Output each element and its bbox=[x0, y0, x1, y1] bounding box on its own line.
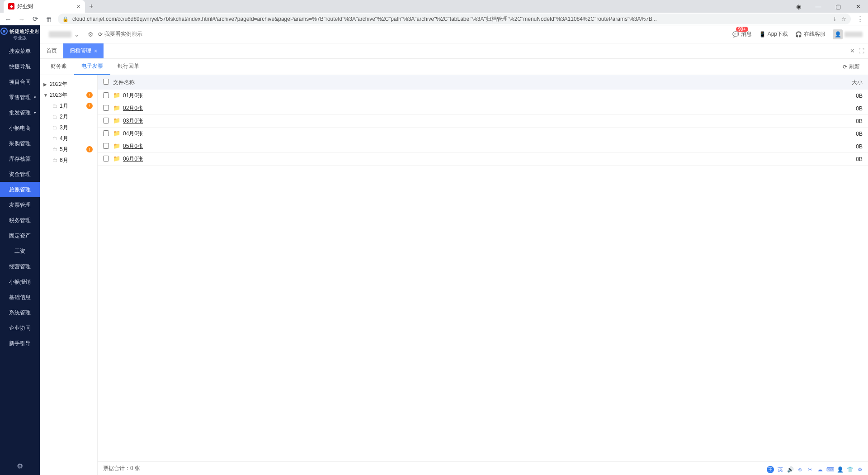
minimize-icon[interactable]: — bbox=[808, 0, 828, 13]
close-window-icon[interactable]: ✕ bbox=[848, 0, 868, 13]
window-controls: ◉ — ▢ ✕ bbox=[788, 0, 868, 13]
maximize-icon[interactable]: ▢ bbox=[828, 0, 848, 13]
install-icon[interactable]: ⭳ bbox=[832, 16, 838, 22]
new-tab-button[interactable]: + bbox=[85, 0, 98, 13]
close-tab-icon[interactable]: × bbox=[77, 3, 80, 10]
address-row: ← → ⟳ 🗑 🔒 cloud.chanjet.com/cc/u6d89qwnr… bbox=[0, 13, 868, 25]
menu-icon[interactable]: ⋮ bbox=[855, 15, 864, 23]
back-icon[interactable]: ← bbox=[4, 15, 13, 23]
browser-tab[interactable]: ◆ 好业财 × bbox=[4, 0, 85, 13]
favicon-icon: ◆ bbox=[8, 3, 14, 10]
account-icon[interactable]: ◉ bbox=[788, 0, 808, 13]
reload-icon[interactable]: ⟳ bbox=[31, 15, 40, 23]
url-bar[interactable]: 🔒 cloud.chanjet.com/cc/u6d89qwnryel/57bf… bbox=[58, 14, 851, 24]
tab-bar: ◆ 好业财 × + ◉ — ▢ ✕ bbox=[0, 0, 868, 13]
tab-title: 好业财 bbox=[17, 3, 33, 10]
lock-icon: 🔒 bbox=[62, 16, 69, 22]
star-icon[interactable]: ☆ bbox=[841, 16, 846, 22]
browser-chrome: ◆ 好业财 × + ◉ — ▢ ✕ ← → ⟳ 🗑 🔒 cloud.chanje… bbox=[0, 0, 868, 25]
forward-icon[interactable]: → bbox=[17, 15, 26, 23]
url-text: cloud.chanjet.com/cc/u6d89qwnryel/57bfsk… bbox=[72, 15, 829, 23]
delete-icon[interactable]: 🗑 bbox=[44, 15, 53, 23]
